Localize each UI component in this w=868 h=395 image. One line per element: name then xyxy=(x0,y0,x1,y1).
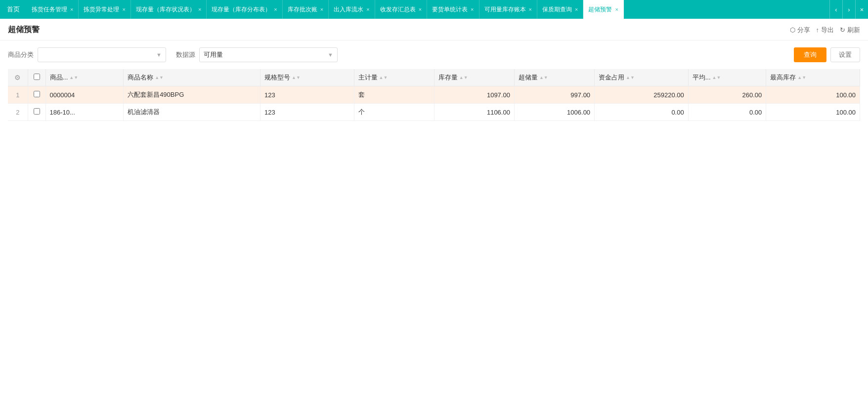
close-icon[interactable]: × xyxy=(70,6,73,12)
category-select[interactable]: ▼ xyxy=(38,47,166,62)
share-icon: ⬡ xyxy=(790,26,795,34)
nav-tab-4[interactable]: 现存量（库存分布表） × xyxy=(207,0,282,19)
nav-prev-button[interactable]: ‹ xyxy=(829,0,842,19)
product-code: 0000004 xyxy=(45,86,124,104)
close-icon[interactable]: × xyxy=(320,6,323,12)
spec: 123 xyxy=(260,104,354,121)
close-icon[interactable]: × xyxy=(274,6,277,12)
datasource-value: 可用量 xyxy=(204,50,223,59)
col-over-stock[interactable]: 超储量 ▲▼ xyxy=(514,69,594,86)
nav-tab-2[interactable]: 拣货异常处理 × xyxy=(79,0,130,19)
col-max-stock[interactable]: 最高库存 ▲▼ xyxy=(766,69,860,86)
over-stock: 1006.00 xyxy=(514,104,594,121)
close-icon[interactable]: × xyxy=(529,6,532,12)
table-row: 2 186-10... 机油滤清器 123 个 1106.00 1006.00 … xyxy=(8,104,860,121)
page-title: 超储预警 xyxy=(8,25,40,35)
set-button[interactable]: 设置 xyxy=(830,47,860,62)
query-button[interactable]: 查询 xyxy=(794,47,826,62)
top-nav: 首页 拣货任务管理 × 拣货异常处理 × 现存量（库存状况表） × 现存量（库存… xyxy=(0,0,868,19)
datasource-filter: 数据源 可用量 ▼ xyxy=(176,47,338,62)
nav-tab-3[interactable]: 现存量（库存状况表） × xyxy=(131,0,207,19)
page-header: 超储预警 ⬡ 分享 ↑ 导出 ↻ 刷新 xyxy=(0,19,868,40)
row-checkbox[interactable] xyxy=(34,108,40,115)
close-icon[interactable]: × xyxy=(198,6,201,12)
sort-icon: ▲▼ xyxy=(626,76,635,80)
sort-icon: ▲▼ xyxy=(712,76,721,80)
col-settings: ⚙ xyxy=(8,69,28,86)
export-button[interactable]: ↑ 导出 xyxy=(816,26,834,35)
capital: 259220.00 xyxy=(595,86,689,104)
col-checkbox xyxy=(28,69,45,86)
close-icon[interactable]: × xyxy=(575,6,578,12)
header-actions: ⬡ 分享 ↑ 导出 ↻ 刷新 xyxy=(790,26,861,35)
table-header-row: ⚙ 商品... ▲▼ 商品名称 ▲▼ xyxy=(8,69,860,86)
max-stock: 100.00 xyxy=(766,86,860,104)
col-capital[interactable]: 资金占用 ▲▼ xyxy=(595,69,689,86)
refresh-icon: ↻ xyxy=(840,26,845,34)
close-icon[interactable]: × xyxy=(615,6,618,12)
max-stock: 100.00 xyxy=(766,104,860,121)
close-icon[interactable]: × xyxy=(122,6,125,12)
sort-icon: ▲▼ xyxy=(797,76,806,80)
nav-next-button[interactable]: › xyxy=(842,0,855,19)
nav-close-button[interactable]: × xyxy=(855,0,868,19)
col-stock[interactable]: 库存量 ▲▼ xyxy=(434,69,514,86)
sort-icon: ▲▼ xyxy=(459,76,468,80)
sort-icon: ▲▼ xyxy=(539,76,548,80)
capital: 0.00 xyxy=(595,104,689,121)
nav-tab-6[interactable]: 出入库流水 × xyxy=(329,0,375,19)
unit: 个 xyxy=(354,104,434,121)
product-name: 六配套新昌490BPG xyxy=(124,86,260,104)
gear-icon[interactable]: ⚙ xyxy=(14,74,21,81)
nav-home[interactable]: 首页 xyxy=(0,0,27,19)
filter-actions: 查询 设置 xyxy=(794,47,860,62)
filter-area: 商品分类 ▼ 数据源 可用量 ▼ 查询 设置 xyxy=(0,40,868,69)
col-spec[interactable]: 规格型号 ▲▼ xyxy=(260,69,354,86)
refresh-button[interactable]: ↻ 刷新 xyxy=(840,26,860,35)
nav-tab-1[interactable]: 拣货任务管理 × xyxy=(27,0,79,19)
nav-tab-5[interactable]: 库存批次账 × xyxy=(283,0,329,19)
page-container: 超储预警 ⬡ 分享 ↑ 导出 ↻ 刷新 商品分类 ▼ 数据源 xyxy=(0,19,868,395)
chevron-down-icon: ▼ xyxy=(328,52,333,58)
over-stock: 997.00 xyxy=(514,86,594,104)
avg: 260.00 xyxy=(688,86,766,104)
export-icon: ↑ xyxy=(816,26,820,34)
nav-arrows: ‹ › × xyxy=(829,0,868,19)
category-filter: 商品分类 ▼ xyxy=(8,47,166,62)
data-table: ⚙ 商品... ▲▼ 商品名称 ▲▼ xyxy=(8,69,860,121)
stock: 1106.00 xyxy=(434,104,514,121)
product-code: 186-10... xyxy=(45,104,124,121)
share-button[interactable]: ⬡ 分享 xyxy=(790,26,810,35)
close-icon[interactable]: × xyxy=(419,6,422,12)
nav-tab-9[interactable]: 可用量库存账本 × xyxy=(479,0,537,19)
sort-icon: ▲▼ xyxy=(292,76,301,80)
close-icon[interactable]: × xyxy=(366,6,369,12)
sort-icon: ▲▼ xyxy=(155,76,164,80)
nav-tab-7[interactable]: 收发存汇总表 × xyxy=(375,0,427,19)
row-number: 1 xyxy=(8,86,28,104)
col-avg[interactable]: 平均... ▲▼ xyxy=(688,69,766,86)
col-product-code[interactable]: 商品... ▲▼ xyxy=(45,69,124,86)
table-row: 1 0000004 六配套新昌490BPG 123 套 1097.00 997.… xyxy=(8,86,860,104)
table-body: 1 0000004 六配套新昌490BPG 123 套 1097.00 997.… xyxy=(8,86,860,121)
chevron-down-icon: ▼ xyxy=(156,52,162,58)
select-all-checkbox[interactable] xyxy=(34,74,40,80)
unit: 套 xyxy=(354,86,434,104)
row-checkbox-cell xyxy=(28,86,45,104)
table-wrapper: ⚙ 商品... ▲▼ 商品名称 ▲▼ xyxy=(0,69,868,129)
nav-tab-8[interactable]: 要货单统计表 × xyxy=(427,0,479,19)
close-icon[interactable]: × xyxy=(471,6,474,12)
category-label: 商品分类 xyxy=(8,50,34,59)
datasource-select[interactable]: 可用量 ▼ xyxy=(199,47,338,62)
col-product-name[interactable]: 商品名称 ▲▼ xyxy=(124,69,260,86)
sort-icon: ▲▼ xyxy=(379,76,388,80)
row-number: 2 xyxy=(8,104,28,121)
spec: 123 xyxy=(260,86,354,104)
nav-tab-11[interactable]: 超储预警 × xyxy=(583,0,623,19)
nav-tab-10[interactable]: 保质期查询 × xyxy=(537,0,583,19)
row-checkbox-cell xyxy=(28,104,45,121)
col-unit[interactable]: 主计量 ▲▼ xyxy=(354,69,434,86)
product-name: 机油滤清器 xyxy=(124,104,260,121)
row-checkbox[interactable] xyxy=(34,91,40,97)
avg: 0.00 xyxy=(688,104,766,121)
